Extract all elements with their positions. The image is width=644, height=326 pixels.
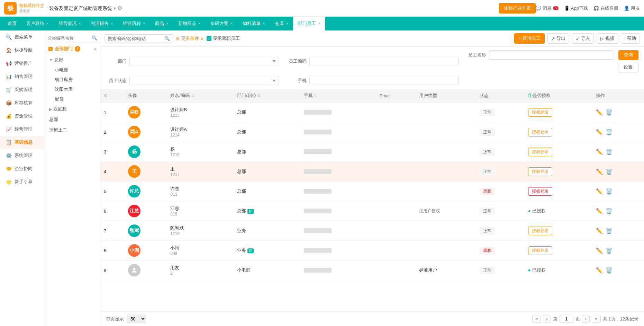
close-icon[interactable]: × (263, 21, 265, 26)
tab-barcode[interactable]: 条码方案 × (206, 17, 238, 30)
sidebar-item-basic-info[interactable]: 📋 基础信息 (0, 136, 45, 149)
col-dept[interactable]: 部门/职位 ⇅ (234, 89, 300, 103)
sidebar-item-collab[interactable]: 🤝 企业协同 (0, 162, 45, 175)
close-icon[interactable]: × (143, 21, 145, 26)
try-industry-btn[interactable]: 体验行业方案 (499, 3, 536, 14)
dept-group-chushu-header[interactable]: 插树王二 (48, 125, 97, 135)
auth-login-btn[interactable]: 授权登录 (528, 227, 552, 235)
user-btn[interactable]: 👤 用友 (624, 5, 640, 11)
view-btn[interactable]: ▷ 视频 (597, 33, 618, 44)
sidebar-item-finance[interactable]: 💰 资金管理 (0, 109, 45, 123)
auth-login-btn[interactable]: 授权登录 (528, 246, 552, 255)
first-page-btn[interactable]: « (532, 315, 541, 323)
search-btn[interactable]: 查询 (618, 50, 638, 60)
row-auth[interactable]: ●已授权 (525, 201, 593, 221)
sidebar-item-marketing[interactable]: 📢 营销推广 (0, 57, 45, 70)
per-page-select[interactable]: 50 10 20 100 (127, 315, 146, 323)
row-auth[interactable]: 授权登录 (525, 182, 593, 201)
page-input[interactable] (560, 315, 573, 323)
sidebar-item-inventory[interactable]: 📦 库存核算 (0, 96, 45, 109)
tab-operations[interactable]: 经营情况 × (54, 17, 86, 30)
auth-login-btn[interactable]: 授权登录 (528, 108, 552, 117)
export-btn[interactable]: ↗ 导出 (547, 33, 569, 44)
edit-icon[interactable]: ✏️ (596, 168, 603, 175)
tab-home[interactable]: 首页 (3, 17, 21, 30)
row-auth[interactable]: 授权登录 (525, 103, 593, 122)
close-icon[interactable]: × (166, 21, 169, 26)
dept-child-distribution[interactable]: 配货 (48, 94, 97, 104)
edit-icon[interactable]: ✏️ (596, 188, 603, 195)
set-btn[interactable]: 设置 (618, 62, 638, 72)
edit-icon[interactable]: ✏️ (596, 228, 603, 234)
emp-status-select[interactable] (129, 76, 279, 85)
dept-child-project[interactable]: 项目库房 (48, 75, 97, 85)
close-icon[interactable]: × (46, 21, 49, 26)
edit-icon[interactable]: ✏️ (596, 149, 603, 155)
tab-bom[interactable]: 物料清单 × (238, 17, 270, 30)
dept-child-small-elec[interactable]: 小电部 (48, 65, 97, 75)
row-auth[interactable]: 授权登录 (525, 142, 593, 162)
online-service-btn[interactable]: 🎧 在线客服 (593, 5, 618, 11)
delete-icon[interactable]: 🗑️ (606, 149, 613, 155)
system-dropdown-btn[interactable]: ▾ (114, 6, 116, 11)
delete-icon[interactable]: 🗑️ (606, 109, 613, 116)
row-auth[interactable]: 授权登录 (525, 162, 593, 182)
dept-group-shuangting-header[interactable]: ▶ 双庭想 (48, 104, 97, 114)
sidebar-item-sales[interactable]: 📊 销售管理 (0, 70, 45, 83)
import-btn[interactable]: ↙ 导入 (572, 33, 594, 44)
next-page-btn[interactable]: › (582, 315, 590, 323)
row-auth[interactable]: ●已授权 (525, 261, 593, 280)
tab-dept-employee[interactable]: 部门员工 × (293, 17, 325, 30)
dept-search-input[interactable] (48, 36, 90, 41)
dept-child-shenyang[interactable]: 沈阳大库 (48, 85, 97, 94)
close-icon[interactable]: × (111, 21, 113, 26)
col-settings[interactable]: ⚙ (100, 89, 125, 103)
close-icon[interactable]: × (79, 21, 81, 26)
prev-page-btn[interactable]: ‹ (543, 315, 551, 323)
row-auth[interactable]: 授权登录 (525, 122, 593, 142)
sidebar-item-guide[interactable]: 🌟 新手引导 (0, 175, 45, 188)
row-auth[interactable]: 授权登录 (525, 241, 593, 261)
help-btn[interactable]: | 帮助 (621, 33, 640, 44)
close-icon[interactable]: × (198, 21, 201, 26)
sidebar-item-search[interactable]: 🔍 搜索菜单 (0, 30, 45, 44)
edit-icon[interactable]: ✏️ (596, 208, 603, 214)
delete-icon[interactable]: 🗑️ (606, 168, 613, 175)
dept-collapse-btn[interactable]: « (94, 46, 97, 52)
more-filter-btn[interactable]: ⊕ 更多条件 ∧ (176, 35, 204, 42)
delete-icon[interactable]: 🗑️ (606, 228, 613, 234)
tab-goods[interactable]: 商品 × (150, 17, 173, 30)
delete-icon[interactable]: 🗑️ (606, 129, 613, 135)
all-dept-label[interactable]: ≡ 全部部门 4 (48, 46, 80, 52)
tab-add-goods[interactable]: 新增商品 × (173, 17, 206, 30)
dept-filter-select[interactable] (129, 57, 279, 66)
search-input[interactable] (108, 36, 163, 41)
delete-icon[interactable]: 🗑️ (606, 267, 613, 274)
edit-icon[interactable]: ✏️ (596, 247, 603, 254)
tab-history[interactable]: 经营历程 × (118, 17, 150, 30)
col-name[interactable]: 姓名/编码 ⇅ (167, 89, 234, 103)
edit-icon[interactable]: ✏️ (596, 109, 603, 116)
close-icon[interactable]: × (286, 21, 288, 26)
tab-customer[interactable]: 客户联络 × (21, 17, 54, 30)
phone-input[interactable] (309, 76, 459, 85)
close-icon[interactable]: × (230, 21, 233, 26)
add-employee-btn[interactable]: + 新增员工 (514, 33, 544, 44)
auth-login-btn[interactable]: 授权登录 (528, 187, 552, 196)
col-phone[interactable]: 手机 ⇅ (300, 89, 376, 103)
close-icon[interactable]: × (318, 21, 320, 26)
auth-login-btn[interactable]: 授权登录 (528, 128, 552, 136)
last-page-btn[interactable]: » (592, 315, 600, 323)
delete-icon[interactable]: 🗑️ (606, 247, 613, 254)
sidebar-item-operations-mgr[interactable]: 📈 经营管理 (0, 123, 45, 136)
tab-profit[interactable]: 利润报告 × (86, 17, 118, 30)
settings-icon[interactable]: ⚙ (117, 5, 122, 11)
sidebar-item-quick-nav[interactable]: 🏠 快捷导航 (0, 44, 45, 57)
row-auth[interactable]: 授权登录 (525, 221, 593, 241)
tab-warehouse[interactable]: 仓库 × (270, 17, 293, 30)
show-resigned-toggle[interactable]: ✓ 显示离职员工 (207, 35, 240, 42)
dept-group-header[interactable]: ▼ 总部 (48, 55, 97, 65)
auth-login-btn[interactable]: 授权登录 (528, 148, 552, 156)
app-download-btn[interactable]: 📱 App下载 (564, 5, 588, 11)
delete-icon[interactable]: 🗑️ (606, 208, 613, 214)
